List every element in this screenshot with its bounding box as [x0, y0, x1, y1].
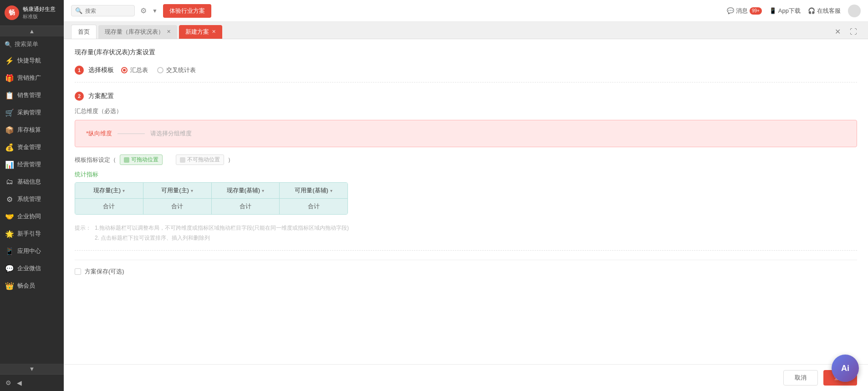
indicator-close-paren: ） — [228, 156, 234, 164]
content-area: 现存量(库存状况表)方案设置 1 选择模板 汇总表 — [64, 39, 868, 364]
draggable-color-block — [124, 157, 129, 163]
col1-chevron[interactable]: ▾ — [123, 188, 125, 193]
stats-col-2: 可用量(主) ▾ 合计 — [143, 183, 212, 214]
indicator-settings: 模板指标设定（ 可拖动位置 不可拖动位置 ） — [75, 154, 857, 216]
col2-chevron[interactable]: ▾ — [191, 188, 193, 193]
save-option: 方案保存(可选) — [75, 260, 857, 276]
section1-title: 选择模板 — [88, 66, 114, 74]
quick-nav-icon: ⚡ — [5, 57, 14, 65]
tip-2: 提示： 2. 点击标题栏下拉可设置排序、插入列和删除列 — [75, 233, 857, 243]
main-area: 🔍 ⚙ ▼ 体验行业方案 💬 消息 99+ 📱 App下载 🎧 在线客服 — [64, 0, 868, 391]
cancel-button[interactable]: 取消 — [783, 370, 818, 386]
sidebar-item-finance[interactable]: 💰 资金管理 — [0, 139, 64, 156]
stats-col-4-body: 合计 — [280, 199, 347, 214]
sidebar-logo: 畅 畅康通好生意 标准版 — [0, 0, 64, 26]
footer-bar: 取消 查询 — [64, 364, 868, 391]
collapse-button[interactable]: ◀ — [17, 379, 22, 386]
topbar: 🔍 ⚙ ▼ 体验行业方案 💬 消息 99+ 📱 App下载 🎧 在线客服 — [64, 0, 868, 22]
sidebar-item-wechat[interactable]: 💬 企业微信 — [0, 260, 64, 277]
topbar-search-box[interactable]: 🔍 — [71, 5, 135, 16]
tab-new-plan[interactable]: 新建方案 ✕ — [179, 25, 222, 39]
operations-icon: 📊 — [5, 160, 14, 169]
page-title: 现存量(库存状况表)方案设置 — [75, 48, 857, 57]
user-avatar[interactable] — [848, 5, 861, 17]
sidebar-nav: ⚡ 快捷导航 🎁 营销推广 📋 销售管理 🛒 采购管理 📦 库存核算 💰 资金管… — [0, 52, 64, 364]
tab-inventory-close[interactable]: ✕ — [167, 29, 171, 35]
scroll-down[interactable]: ▼ — [0, 364, 64, 374]
tabbar: 首页 现存量（库存状况表） ✕ 新建方案 ✕ ✕ ⛶ — [64, 22, 868, 39]
scroll-up[interactable]: ▲ — [0, 26, 64, 36]
settings-button[interactable]: ⚙ — [5, 379, 11, 386]
save-label: 方案保存(可选) — [85, 268, 124, 276]
sidebar-item-newbie[interactable]: 🌟 新手引导 — [0, 225, 64, 242]
section2-title: 方案配置 — [88, 92, 114, 100]
sidebar-item-member[interactable]: 👑 畅会员 — [0, 277, 64, 294]
radio-crosstab-circle — [157, 67, 163, 73]
online-service-button[interactable]: 🎧 在线客服 — [808, 7, 841, 15]
section1-header: 1 选择模板 汇总表 交叉统计表 — [75, 66, 857, 75]
sidebar-item-purchase[interactable]: 🛒 采购管理 — [0, 104, 64, 121]
sidebar-item-system[interactable]: ⚙ 系统管理 — [0, 190, 64, 208]
marketing-icon: 🎁 — [5, 74, 14, 82]
dimension-box[interactable]: *纵向维度 请选择分组维度 — [75, 120, 857, 147]
topbar-search-input[interactable] — [85, 8, 131, 14]
wechat-icon: 💬 — [5, 264, 14, 273]
summary-dimension-label: 汇总维度（必选） — [75, 107, 857, 115]
message-badge: 99+ — [750, 7, 762, 15]
stats-table-header: 现存量(主) ▾ 合计 可用量(主) ▾ — [75, 183, 347, 214]
sidebar-item-sales[interactable]: 📋 销售管理 — [0, 87, 64, 104]
sidebar-item-app-center[interactable]: 📱 应用中心 — [0, 242, 64, 260]
tab-close-icon[interactable]: ✕ — [831, 27, 844, 36]
indicator-sep — [166, 156, 172, 164]
download-icon: 📱 — [769, 7, 776, 14]
sidebar-item-cooperation[interactable]: 🤝 企业协同 — [0, 208, 64, 225]
section1-num: 1 — [75, 66, 84, 75]
message-button[interactable]: 💬 消息 99+ — [727, 7, 762, 15]
stats-col-2-header[interactable]: 可用量(主) ▾ — [143, 183, 211, 199]
radio-crosstab[interactable]: 交叉统计表 — [157, 66, 196, 74]
sidebar-search[interactable]: 🔍 搜索菜单 — [0, 36, 64, 52]
ai-float-button[interactable]: Ai — [832, 355, 859, 382]
section1-divider — [75, 82, 857, 82]
sales-icon: 📋 — [5, 91, 14, 99]
sidebar-item-inventory[interactable]: 📦 库存核算 — [0, 121, 64, 139]
sidebar-item-basic[interactable]: 🗂 基础信息 — [0, 173, 64, 190]
search-icon: 🔍 — [5, 41, 12, 48]
trial-button[interactable]: 体验行业方案 — [163, 4, 211, 18]
save-checkbox[interactable] — [75, 268, 81, 275]
system-icon: ⚙ — [5, 195, 14, 203]
tab-expand-icon[interactable]: ⛶ — [846, 28, 861, 36]
stats-col-1-header[interactable]: 现存量(主) ▾ — [75, 183, 143, 199]
stats-col-4-header[interactable]: 可用量(基辅) ▾ — [280, 183, 347, 199]
col4-chevron[interactable]: ▾ — [330, 188, 332, 193]
app-download-button[interactable]: 📱 App下载 — [769, 7, 801, 15]
tab-inventory-status[interactable]: 现存量（库存状况表） ✕ — [98, 25, 177, 39]
stats-col-3-header[interactable]: 现存量(基辅) ▾ — [212, 183, 280, 199]
logo-text: 畅康通好生意 标准版 — [23, 5, 56, 20]
newbie-icon: 🌟 — [5, 230, 14, 238]
sidebar-item-operations[interactable]: 📊 经营管理 — [0, 156, 64, 173]
section2-divider — [75, 250, 857, 251]
message-icon: 💬 — [727, 7, 734, 14]
tab-home[interactable]: 首页 — [71, 25, 97, 39]
radio-summary[interactable]: 汇总表 — [121, 66, 148, 74]
cooperation-icon: 🤝 — [5, 212, 14, 221]
member-icon: 👑 — [5, 282, 14, 290]
dropdown-icon[interactable]: ▼ — [152, 8, 158, 14]
section-template: 1 选择模板 汇总表 交叉统计表 — [75, 66, 857, 82]
col3-chevron[interactable]: ▾ — [262, 188, 264, 193]
dimension-placeholder: 请选择分组维度 — [150, 129, 192, 138]
sidebar-bottom: ⚙ ◀ — [0, 374, 64, 391]
app-center-icon: 📱 — [5, 247, 14, 255]
non-draggable-badge: 不可拖动位置 — [176, 154, 224, 165]
basic-icon: 🗂 — [5, 178, 14, 186]
section-config: 2 方案配置 汇总维度（必选） *纵向维度 请选择分组维度 模板指标设定（ — [75, 92, 857, 276]
sidebar-item-marketing[interactable]: 🎁 营销推广 — [0, 69, 64, 87]
dimension-line — [117, 134, 145, 134]
gear-icon[interactable]: ⚙ — [140, 6, 147, 15]
sidebar-item-quick-nav[interactable]: ⚡ 快捷导航 — [0, 52, 64, 69]
stats-col-1: 现存量(主) ▾ 合计 — [75, 183, 143, 214]
logo-icon: 畅 — [5, 5, 19, 20]
tab-new-plan-close[interactable]: ✕ — [212, 29, 216, 35]
stats-table: 现存量(主) ▾ 合计 可用量(主) ▾ — [75, 182, 348, 215]
